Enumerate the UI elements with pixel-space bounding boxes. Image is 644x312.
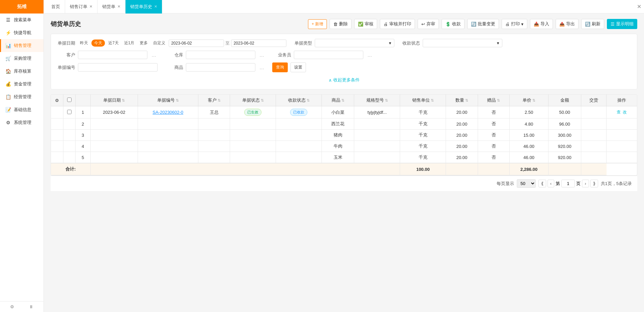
doc-no-link[interactable]: SA-20230602-0: [152, 110, 183, 115]
filter-goods: 商品 …: [164, 63, 265, 72]
tab-sales-history[interactable]: 销货单历史 ✕: [125, 0, 162, 14]
sidebar-bottom-icon1[interactable]: ⚙: [10, 304, 14, 309]
th-doc-status[interactable]: 单据状态⇅: [230, 95, 276, 106]
td-unit: 千克: [400, 141, 446, 152]
sidebar-item-inventory[interactable]: 🏠 库存核算: [0, 65, 44, 78]
goods-input[interactable]: [186, 63, 255, 72]
settings-button[interactable]: 设置: [290, 62, 306, 72]
sidebar-item-purchase[interactable]: 🛒 采购管理: [0, 52, 44, 65]
print-button[interactable]: 🖨 打印 ▾: [502, 19, 527, 29]
doc-type-select[interactable]: ▾: [315, 39, 394, 47]
td-amount: 920.00: [548, 141, 581, 152]
tab-bar-close-all[interactable]: ✕: [637, 3, 641, 10]
salesperson-more-btn[interactable]: …: [366, 52, 373, 58]
tab-sales-goods-close[interactable]: ✕: [117, 4, 120, 9]
new-button[interactable]: + 新增: [308, 19, 327, 29]
date-tag-yesterday[interactable]: 昨天: [78, 40, 90, 47]
page-label: 页: [576, 181, 581, 187]
salesperson-input[interactable]: [294, 51, 363, 59]
th-gear[interactable]: ⚙: [51, 95, 63, 106]
customer-input[interactable]: [78, 51, 147, 59]
td-unit: 千克: [400, 130, 446, 141]
sidebar-logo: 拓维: [0, 0, 44, 14]
td-checkbox[interactable]: [63, 106, 75, 119]
sidebar-item-quick-nav[interactable]: ⚡ 快捷导航: [0, 26, 44, 39]
td-doc-no[interactable]: [138, 130, 198, 141]
sidebar-bottom-icon2[interactable]: ⏸: [29, 304, 33, 309]
td-doc-no[interactable]: [138, 141, 198, 152]
tab-sales-order-close[interactable]: ✕: [89, 4, 92, 9]
tab-sales-history-label: 销货单历史: [130, 4, 152, 10]
sidebar-item-operation[interactable]: 📋 经营管理: [0, 90, 44, 103]
th-spec[interactable]: 规格型号⇅: [354, 95, 400, 106]
sidebar-item-finance[interactable]: 💰 资金管理: [0, 78, 44, 90]
td-spec: tyjyjtyjdf...: [354, 106, 400, 119]
prev-page-btn[interactable]: ‹: [548, 180, 554, 187]
query-button[interactable]: 查询: [272, 62, 288, 72]
display-detail-button[interactable]: ☰ 显示明细: [607, 19, 637, 29]
tab-sales-order[interactable]: 销售订单 ✕: [65, 0, 97, 14]
td-checkbox[interactable]: [63, 130, 75, 141]
date-tag-today[interactable]: 今天: [91, 40, 105, 47]
first-page-btn[interactable]: ⟪: [538, 180, 546, 187]
table-row: 5 玉米 千克 20.00 否 46.00 920.00: [51, 152, 637, 163]
warehouse-input[interactable]: [186, 51, 255, 59]
sidebar-item-search-menu[interactable]: ☰ 搜索菜单: [0, 14, 44, 26]
th-gift[interactable]: 赠品⇅: [478, 95, 509, 106]
refresh-button[interactable]: 🔃 刷新: [581, 19, 604, 29]
th-qty[interactable]: 数量⇅: [446, 95, 478, 106]
last-page-btn[interactable]: ⟫: [590, 180, 598, 187]
td-checkbox[interactable]: [63, 152, 75, 163]
date-tag-custom[interactable]: 自定义: [151, 40, 167, 47]
abandon-button[interactable]: ↩ 弃审: [418, 19, 439, 29]
page-size-select[interactable]: 50 100 200: [517, 179, 536, 188]
doc-no-input[interactable]: [78, 63, 158, 72]
gear-icon[interactable]: ⚙: [55, 98, 59, 103]
import-button[interactable]: 📥 导入: [530, 19, 553, 29]
date-tag-7days[interactable]: 近7天: [106, 40, 121, 47]
next-page-btn[interactable]: ›: [582, 180, 589, 187]
customer-more-btn[interactable]: …: [150, 52, 158, 58]
review-print-button[interactable]: 🖨 审核并打印: [380, 19, 415, 29]
td-doc-no[interactable]: [138, 152, 198, 163]
td-doc-no[interactable]: SA-20230602-0: [138, 106, 198, 119]
th-payment-status[interactable]: 收款状态⇅: [276, 95, 322, 106]
date-tag-more[interactable]: 更多: [138, 40, 150, 47]
th-price[interactable]: 单价⇅: [510, 95, 549, 106]
date-tag-1month[interactable]: 近1月: [122, 40, 137, 47]
edit-action[interactable]: 改: [623, 110, 627, 114]
th-unit[interactable]: 销售单位⇅: [400, 95, 446, 106]
date-from-input[interactable]: 2023-06-02: [169, 40, 224, 47]
sidebar-item-basic-info[interactable]: 📝 基础信息: [0, 103, 44, 116]
row-checkbox[interactable]: [67, 110, 72, 114]
td-checkbox[interactable]: [63, 141, 75, 152]
td-doc-no[interactable]: [138, 119, 198, 130]
sidebar-item-sales[interactable]: 📊 销售管理: [0, 39, 44, 52]
td-gift: 否: [478, 106, 509, 119]
page-number-input[interactable]: [561, 180, 575, 187]
td-checkbox[interactable]: [63, 119, 75, 130]
view-action[interactable]: 查: [617, 110, 621, 114]
payment-status-select[interactable]: ▾: [423, 39, 502, 47]
sidebar-item-sys-mgmt[interactable]: ⚙ 系统管理: [0, 116, 44, 129]
tab-sales-goods[interactable]: 销货单 ✕: [97, 0, 125, 14]
th-doc-date[interactable]: 单据日期⇅: [90, 95, 138, 106]
warehouse-more-btn[interactable]: …: [258, 52, 265, 58]
delete-button[interactable]: 🗑 删除: [330, 19, 352, 29]
data-table: ⚙ 单据日期⇅ 单据编号⇅ 客户⇅ 单据状态⇅ 收款状态⇅ 商品⇅ 规格型号⇅ …: [51, 95, 637, 175]
th-goods[interactable]: 商品⇅: [322, 95, 354, 106]
collect-button[interactable]: 💲 收款: [442, 19, 465, 29]
batch-change-button[interactable]: 🔄 批量变更: [467, 19, 499, 29]
table-header-row: ⚙ 单据日期⇅ 单据编号⇅ 客户⇅ 单据状态⇅ 收款状态⇅ 商品⇅ 规格型号⇅ …: [51, 95, 637, 106]
th-doc-no[interactable]: 单据编号⇅: [138, 95, 198, 106]
goods-more-btn[interactable]: …: [258, 65, 265, 70]
filter-collapse-btn[interactable]: ∧ 收起更多条件: [56, 76, 632, 84]
select-all-checkbox[interactable]: [67, 98, 72, 102]
date-to-input[interactable]: 2023-06-02: [231, 40, 286, 47]
tab-home[interactable]: 首页: [47, 0, 65, 14]
tab-sales-history-close[interactable]: ✕: [154, 4, 157, 9]
td-goods: 牛肉: [322, 141, 354, 152]
th-customer[interactable]: 客户⇅: [198, 95, 230, 106]
export-button[interactable]: 📤 导出: [556, 19, 579, 29]
review-button[interactable]: ✅ 审核: [354, 19, 377, 29]
